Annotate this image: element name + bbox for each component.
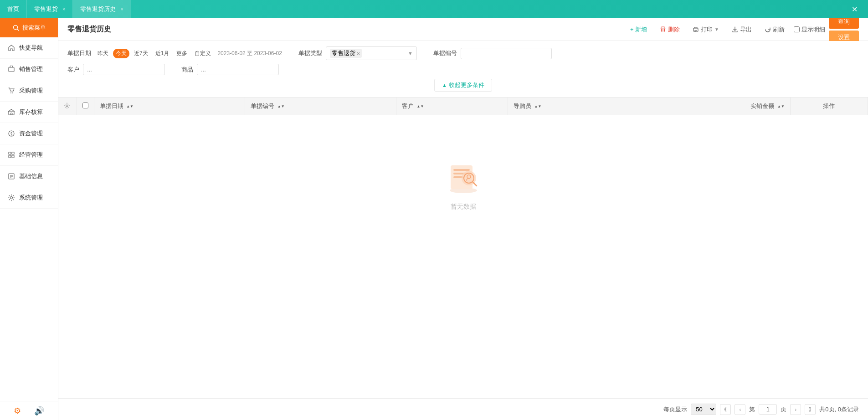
query-button[interactable]: 查询 bbox=[829, 18, 859, 29]
print-button[interactable]: 打印 ▼ bbox=[689, 24, 723, 36]
svg-rect-11 bbox=[12, 155, 14, 158]
svg-rect-27 bbox=[453, 169, 470, 171]
customer-filter: 客户 ... bbox=[67, 64, 165, 75]
tab-retail-return-history-close[interactable]: × bbox=[120, 6, 123, 12]
refresh-icon bbox=[765, 26, 771, 33]
sidebar-item-finance[interactable]: 资金管理 bbox=[0, 123, 58, 144]
voucher-filter-label: 单据编号 bbox=[433, 49, 457, 57]
th-guide[interactable]: 导购员 ▲▼ bbox=[508, 97, 639, 115]
svg-point-16 bbox=[10, 197, 13, 199]
per-page-select[interactable]: 50 100 200 bbox=[691, 404, 716, 415]
goods-filter-label: 商品 bbox=[181, 66, 193, 74]
collapse-button[interactable]: ▲ 收起更多条件 bbox=[434, 79, 492, 92]
page-header: 零售退货历史 + 新增 删除 bbox=[58, 18, 868, 41]
pagination-bar: 每页显示 50 100 200 ⟪ ‹ 第 1 页 › ⟫ 共0页, 0条记录 bbox=[58, 398, 868, 420]
system-icon bbox=[7, 194, 15, 202]
th-guide-label: 导购员 bbox=[514, 102, 531, 109]
svg-line-1 bbox=[17, 29, 19, 31]
finance-icon bbox=[7, 129, 15, 138]
svg-point-3 bbox=[10, 92, 11, 93]
show-detail-input[interactable] bbox=[794, 26, 800, 32]
svg-rect-2 bbox=[9, 67, 14, 72]
export-btn-label: 导出 bbox=[740, 26, 752, 34]
prev-page-button[interactable]: ‹ bbox=[734, 404, 745, 415]
sidebar-settings-icon[interactable]: ⚙ bbox=[14, 406, 21, 416]
export-button[interactable]: 导出 bbox=[728, 24, 755, 36]
empty-illustration bbox=[441, 152, 486, 197]
sidebar-search-label: 搜索菜单 bbox=[22, 24, 46, 32]
sidebar: 搜索菜单 快捷导航 销售管理 bbox=[0, 18, 58, 420]
date-opt-more[interactable]: 更多 bbox=[174, 49, 190, 58]
voucher-filter-input[interactable] bbox=[461, 48, 552, 59]
sidebar-item-system-label: 系统管理 bbox=[19, 194, 43, 202]
top-bar-right: ✕ bbox=[848, 3, 868, 15]
th-date[interactable]: 单据日期 ▲▼ bbox=[94, 97, 245, 115]
tab-retail-return-history[interactable]: 零售退货历史 × bbox=[73, 0, 131, 18]
column-settings-icon bbox=[64, 102, 70, 109]
th-amount[interactable]: 实销金额 ▲▼ bbox=[639, 97, 791, 115]
svg-rect-18 bbox=[661, 28, 662, 31]
collapse-label: 收起更多条件 bbox=[449, 81, 484, 89]
goods-filter-input[interactable]: ... bbox=[197, 64, 279, 75]
guide-sort-icon: ▲▼ bbox=[534, 105, 541, 108]
sidebar-item-inventory[interactable]: 库存核算 bbox=[0, 102, 58, 123]
sidebar-item-sales-mgmt[interactable]: 销售管理 bbox=[0, 59, 58, 80]
date-opt-today[interactable]: 今天 bbox=[113, 49, 129, 58]
svg-rect-23 bbox=[694, 31, 696, 31]
per-page-label: 每页显示 bbox=[663, 405, 687, 414]
refresh-button[interactable]: 刷新 bbox=[761, 24, 788, 36]
new-btn-label: + 新增 bbox=[630, 26, 647, 34]
delete-button[interactable]: 删除 bbox=[656, 24, 683, 36]
tab-retail-return[interactable]: 零售退货 × bbox=[27, 0, 73, 18]
window-close-button[interactable]: ✕ bbox=[848, 3, 861, 15]
th-customer[interactable]: 客户 ▲▼ bbox=[396, 97, 508, 115]
date-opt-1month[interactable]: 近1月 bbox=[153, 49, 172, 58]
svg-rect-9 bbox=[12, 152, 14, 154]
type-filter-select[interactable]: 零售退货 × ▼ bbox=[326, 46, 417, 60]
purchase-icon bbox=[7, 87, 15, 95]
th-no[interactable]: 单据编号 ▲▼ bbox=[245, 97, 396, 115]
delete-icon bbox=[660, 26, 666, 33]
top-bar: 首页 零售退货 × 零售退货历史 × ✕ bbox=[0, 0, 868, 18]
date-options: 昨天 今天 近7天 近1月 更多 自定义 bbox=[95, 49, 214, 58]
info-icon bbox=[7, 172, 15, 180]
sidebar-item-system[interactable]: 系统管理 bbox=[0, 187, 58, 209]
refresh-btn-label: 刷新 bbox=[773, 26, 785, 34]
tab-home[interactable]: 首页 bbox=[0, 0, 27, 18]
sidebar-item-operations[interactable]: 经营管理 bbox=[0, 144, 58, 166]
sidebar-item-basic-info[interactable]: 基础信息 bbox=[0, 166, 58, 187]
tab-retail-return-history-label: 零售退货历史 bbox=[80, 5, 116, 13]
last-page-button[interactable]: ⟫ bbox=[805, 404, 816, 415]
sidebar-volume-icon[interactable]: 🔊 bbox=[34, 406, 44, 416]
delete-btn-label: 删除 bbox=[668, 26, 680, 34]
th-settings[interactable] bbox=[58, 97, 77, 115]
show-detail-checkbox[interactable]: 显示明细 bbox=[794, 26, 825, 34]
empty-text: 暂无数据 bbox=[451, 203, 476, 211]
sidebar-search[interactable]: 搜索菜单 bbox=[0, 18, 58, 37]
no-sort-icon: ▲▼ bbox=[277, 105, 285, 108]
tab-retail-return-close[interactable]: × bbox=[62, 6, 65, 12]
customer-filter-label: 客户 bbox=[67, 66, 79, 74]
print-dropdown-icon[interactable]: ▼ bbox=[714, 27, 719, 32]
th-checkbox[interactable] bbox=[77, 97, 94, 115]
customer-filter-input[interactable]: ... bbox=[83, 64, 165, 75]
th-no-label: 单据编号 bbox=[251, 102, 274, 109]
type-tag-close[interactable]: × bbox=[357, 50, 360, 57]
first-page-button[interactable]: ⟪ bbox=[720, 404, 731, 415]
select-all-checkbox[interactable] bbox=[82, 102, 88, 108]
sidebar-item-quick-nav[interactable]: 快捷导航 bbox=[0, 37, 58, 59]
page-unit: 页 bbox=[781, 405, 786, 414]
date-opt-custom[interactable]: 自定义 bbox=[192, 49, 214, 58]
new-button[interactable]: + 新增 bbox=[627, 24, 651, 36]
page-number-input[interactable]: 1 bbox=[759, 404, 777, 415]
customer-sort-icon: ▲▼ bbox=[417, 105, 424, 108]
sidebar-item-purchase-mgmt[interactable]: 采购管理 bbox=[0, 80, 58, 102]
date-range-display: 2023-06-02 至 2023-06-02 bbox=[217, 50, 282, 57]
th-amount-label: 实销金额 bbox=[750, 102, 774, 109]
goods-placeholder: ... bbox=[201, 66, 206, 73]
filter-row-1: 单据日期 昨天 今天 近7天 近1月 更多 自定义 2023-06-02 至 2… bbox=[67, 46, 859, 60]
date-opt-7days[interactable]: 近7天 bbox=[131, 49, 151, 58]
date-opt-yesterday[interactable]: 昨天 bbox=[95, 49, 111, 58]
next-page-button[interactable]: › bbox=[790, 404, 801, 415]
svg-rect-22 bbox=[694, 30, 697, 31]
